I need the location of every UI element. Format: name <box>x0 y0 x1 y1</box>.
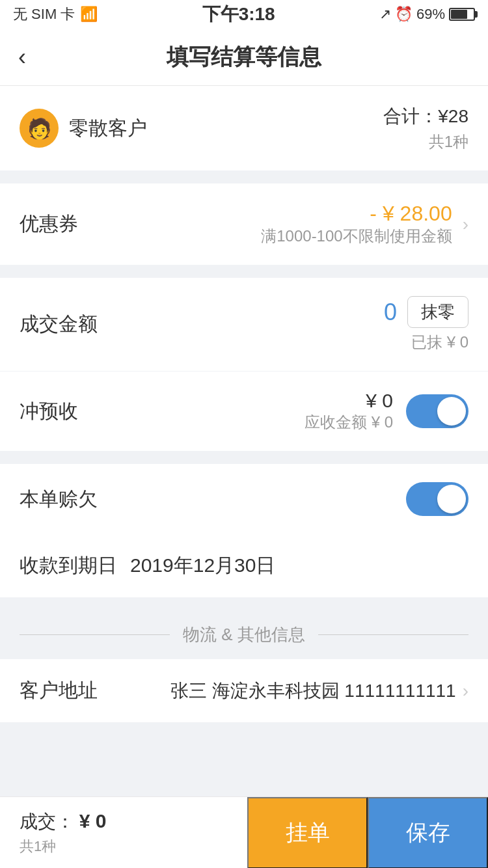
coupon-label: 优惠券 <box>20 211 78 237</box>
bottom-count: 共1种 <box>20 837 228 856</box>
nav-bar: ‹ 填写结算等信息 <box>0 29 488 86</box>
bottom-summary: 成交： ¥ 0 共1种 <box>0 809 247 856</box>
page-title: 填写结算等信息 <box>167 42 321 72</box>
transaction-section: 成交金额 0 抹零 已抹 ¥ 0 冲预收 ¥ 0 应收金额 ¥ 0 <box>0 278 488 451</box>
debt-toggle[interactable] <box>406 482 468 516</box>
address-section[interactable]: 客户地址 张三 海淀永丰科技园 11111111111 › <box>0 659 488 722</box>
prepaid-amounts: ¥ 0 应收金额 ¥ 0 <box>305 390 393 433</box>
customer-avatar: 🧑 <box>20 109 59 148</box>
debt-row: 本单赊欠 <box>0 464 488 534</box>
save-button[interactable]: 保存 <box>368 797 488 869</box>
address-right: 张三 海淀永丰科技园 11111111111 › <box>170 679 468 703</box>
amount-right: 0 抹零 已抹 ¥ 0 <box>384 296 468 353</box>
divider-line-left <box>20 634 170 635</box>
already-rounded-text: 已抹 ¥ 0 <box>411 332 468 353</box>
logistics-label: 物流 & 其他信息 <box>183 623 305 646</box>
status-bar: 无 SIM 卡 📶 下午3:18 ↗ ⏰ 69% <box>0 0 488 29</box>
logistics-divider: 物流 & 其他信息 <box>0 610 488 659</box>
address-label: 客户地址 <box>20 677 98 704</box>
bottom-bar: 成交： ¥ 0 共1种 挂单 保存 <box>0 796 488 868</box>
bottom-amount: ¥ 0 <box>79 810 107 832</box>
coupon-row[interactable]: 优惠券 - ¥ 28.00 满1000-100不限制使用金额 › <box>0 183 488 265</box>
prepaid-label: 冲预收 <box>20 398 78 425</box>
toggle-knob <box>437 397 466 426</box>
amount-value[interactable]: 0 <box>384 299 397 326</box>
debt-section: 本单赊欠 收款到期日 2019年12月30日 <box>0 464 488 597</box>
prepaid-receivable-text: 应收金额 ¥ 0 <box>305 412 393 433</box>
customer-name: 零散客户 <box>69 115 147 142</box>
coupon-section: 优惠券 - ¥ 28.00 满1000-100不限制使用金额 › <box>0 183 488 265</box>
due-date-label: 收款到期日 <box>20 552 117 579</box>
address-value: 张三 海淀永丰科技园 11111111111 <box>170 679 456 703</box>
customer-info: 🧑 零散客户 <box>20 109 147 148</box>
prepaid-right: ¥ 0 应收金额 ¥ 0 <box>305 390 468 433</box>
customer-section: 🧑 零散客户 合计：¥28 共1种 <box>0 86 488 170</box>
no-sim-text: 无 SIM 卡 <box>13 5 75 24</box>
debt-label: 本单赊欠 <box>20 486 98 513</box>
back-button[interactable]: ‹ <box>18 44 26 71</box>
wifi-icon: 📶 <box>80 6 98 23</box>
prepaid-amount-value: ¥ 0 <box>305 390 393 412</box>
due-date-row: 收款到期日 2019年12月30日 <box>0 534 488 597</box>
total-amount-label: 合计：¥28 <box>383 104 468 129</box>
hold-button[interactable]: 挂单 <box>247 797 368 869</box>
status-left: 无 SIM 卡 📶 <box>13 5 98 24</box>
total-count: 共1种 <box>383 131 468 152</box>
prepaid-row: 冲预收 ¥ 0 应收金额 ¥ 0 <box>0 372 488 451</box>
round-zero-button[interactable]: 抹零 <box>407 296 468 328</box>
prepaid-toggle[interactable] <box>406 394 468 428</box>
battery-percent: 69% <box>416 6 445 23</box>
coupon-description: 满1000-100不限制使用金额 <box>261 226 452 247</box>
amount-top: 0 抹零 <box>384 296 468 328</box>
customer-totals: 合计：¥28 共1种 <box>383 104 468 152</box>
divider-line-right <box>318 634 468 635</box>
transaction-amount-row: 成交金额 0 抹零 已抹 ¥ 0 <box>0 278 488 372</box>
alarm-icon: ⏰ <box>395 6 413 23</box>
location-icon: ↗ <box>379 6 391 23</box>
status-right: ↗ ⏰ 69% <box>379 6 475 23</box>
transaction-label: 成交金额 <box>20 311 98 338</box>
due-date-value[interactable]: 2019年12月30日 <box>130 552 275 579</box>
coupon-discount: - ¥ 28.00 <box>261 202 452 226</box>
coupon-row-right: - ¥ 28.00 满1000-100不限制使用金额 › <box>261 202 468 247</box>
bottom-deal-label: 成交： <box>20 811 74 832</box>
chevron-right-icon: › <box>463 214 468 235</box>
content: 🧑 零散客户 合计：¥28 共1种 优惠券 - ¥ 28.00 满1000-10… <box>0 86 488 800</box>
avatar-icon: 🧑 <box>27 117 51 140</box>
coupon-info: - ¥ 28.00 满1000-100不限制使用金额 <box>261 202 452 247</box>
battery-icon <box>449 8 475 21</box>
status-time: 下午3:18 <box>202 2 275 27</box>
address-chevron-icon: › <box>463 681 468 701</box>
debt-toggle-knob <box>437 485 466 513</box>
bottom-deal-line: 成交： ¥ 0 <box>20 809 228 834</box>
